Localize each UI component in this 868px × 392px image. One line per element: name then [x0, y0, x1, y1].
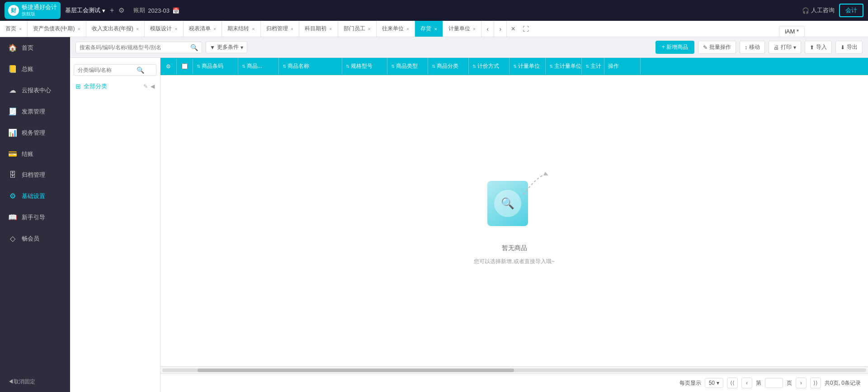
tab-partner[interactable]: 往来单位 × [377, 21, 415, 37]
tab-unit-close[interactable]: × [473, 26, 476, 32]
service-button[interactable]: 🎧 人工咨询 [802, 6, 835, 14]
tab-income-close[interactable]: × [136, 26, 139, 32]
last-page-btn[interactable]: ⟩⟩ [810, 378, 821, 388]
tab-unit[interactable]: 计量单位 × [443, 21, 481, 37]
tab-department-close[interactable]: × [368, 26, 371, 32]
tab-tax-close[interactable]: × [213, 26, 216, 32]
tab-subject[interactable]: 科目期初 × [299, 21, 338, 37]
sidebar-reports-label: 云报表中心 [22, 86, 51, 94]
table-body: 🔍 暂无商品 您可以选择新增,或者直接导入哦~ [160, 75, 868, 366]
more-conditions-label: 更多条件 [217, 43, 239, 51]
kuaiji-button[interactable]: 会计 [839, 4, 863, 17]
edit-icon: ✎ [703, 44, 708, 51]
th-name[interactable]: ⇅ 商品名称 [279, 58, 342, 75]
select-all-checkbox[interactable] [182, 63, 188, 69]
th-main-unit[interactable]: ⇅ 主计量单位 [546, 58, 582, 75]
th-ops-label: 操作 [608, 62, 619, 70]
sidebar-item-guide[interactable]: 📖 新手引导 [0, 207, 70, 228]
tab-inventory[interactable]: 存货 × [415, 21, 443, 37]
category-collapse-icon[interactable]: ◀ [151, 83, 155, 90]
horizontal-scrollbar[interactable] [160, 366, 868, 373]
sort-unit-icon: ⇅ [513, 64, 517, 69]
sidebar-item-ledger[interactable]: 📒 总账 [0, 58, 70, 80]
sidebar-ledger-label: 总账 [22, 65, 33, 73]
empty-desc: 您可以选择新增,或者直接导入哦~ [474, 258, 554, 265]
tab-fullscreen-btn[interactable]: ⛶ [519, 21, 532, 37]
th-settings[interactable]: ⚙ [160, 59, 177, 74]
company-selector[interactable]: 基层工会测试 ▾ [65, 6, 105, 14]
add-tab-icon[interactable]: + [110, 6, 114, 14]
category-search-input[interactable] [78, 67, 137, 73]
th-spec[interactable]: ⇅ 规格型号 [342, 58, 387, 75]
main-search-input[interactable] [80, 44, 190, 51]
sidebar-item-closing[interactable]: 💳 结账 [0, 143, 70, 165]
th-checkbox[interactable] [177, 59, 193, 74]
page-number-input[interactable]: 1 [765, 378, 783, 388]
tab-inventory-close[interactable]: × [434, 26, 437, 32]
batch-ops-button[interactable]: ✎ 批量操作 [698, 41, 736, 54]
sidebar-item-tax[interactable]: 📊 税务管理 [0, 122, 70, 143]
more-conditions-btn[interactable]: ▼ 更多条件 ▾ [206, 41, 247, 53]
th-barcode[interactable]: ⇅ 商品条码 [193, 58, 238, 75]
settings-icon[interactable]: ⚙ [118, 6, 124, 14]
tab-partner-close[interactable]: × [406, 26, 409, 32]
add-product-button[interactable]: + 新增商品 [656, 41, 694, 54]
logo-area: 财 畅捷通好会计 旗舰版 [5, 2, 61, 19]
grid-icon: ⊞ [75, 83, 81, 90]
export-button[interactable]: ⬇ 导出 [835, 41, 863, 54]
tab-template-close[interactable]: × [175, 26, 177, 32]
header-right: 🎧 人工咨询 会计 [802, 4, 863, 17]
tab-template[interactable]: 模版设计 × [145, 21, 183, 37]
page-size-selector[interactable]: 50 ▾ [705, 378, 723, 388]
sidebar-item-archive[interactable]: 🗄 归档管理 [0, 165, 70, 185]
tab-close-all-btn[interactable]: × [507, 21, 519, 37]
th-num3[interactable]: ⇅ 主计 [582, 58, 604, 75]
tab-tax[interactable]: 税表清单 × [184, 21, 222, 37]
tab-home-close[interactable]: × [19, 26, 22, 32]
th-code[interactable]: ⇅ 商品... [238, 58, 279, 75]
cancel-pin-btn[interactable]: ◀取消固定 [0, 372, 70, 392]
tab-balance-close[interactable]: × [77, 26, 80, 32]
tab-balance[interactable]: 资产负债表(中期) × [28, 21, 86, 37]
scrollbar-thumb[interactable] [198, 368, 514, 372]
tab-department[interactable]: 部门员工 × [338, 21, 377, 37]
dropdown-icon: ▾ [102, 7, 105, 14]
sidebar-item-reports[interactable]: ☁ 云报表中心 [0, 80, 70, 101]
th-category[interactable]: ⇅ 商品分类 [428, 58, 469, 75]
category-search-icon: 🔍 [137, 66, 144, 74]
import-button[interactable]: ⬆ 导入 [805, 41, 832, 54]
tab-period-end-close[interactable]: × [252, 26, 255, 32]
tab-next-btn[interactable]: › [494, 21, 507, 37]
category-edit-icon[interactable]: ✎ [143, 83, 148, 90]
tab-archive[interactable]: 归档管理 × [261, 21, 299, 37]
main-search-container: 🔍 [75, 42, 202, 53]
sidebar-item-member[interactable]: ◇ 畅会员 [0, 228, 70, 249]
tab-subject-close[interactable]: × [329, 26, 332, 32]
th-code-label: 商品... [247, 62, 262, 70]
sidebar-item-invoice[interactable]: 🧾 发票管理 [0, 101, 70, 122]
sidebar-item-home[interactable]: 🏠 首页 [0, 37, 70, 58]
sort-spec-icon: ⇅ [346, 64, 349, 69]
table-header: ⚙ ⇅ 商品条码 ⇅ 商品... ⇅ 商品名称 [160, 58, 868, 75]
category-item-all[interactable]: ⊞ 全部分类 ✎ ◀ [70, 79, 160, 94]
ledger-icon: 📒 [8, 65, 17, 73]
calendar-icon[interactable]: 📅 [172, 7, 179, 14]
tab-prev-btn[interactable]: ‹ [481, 21, 494, 37]
th-type[interactable]: ⇅ 商品类型 [387, 58, 428, 75]
move-button[interactable]: ↕ 移动 [740, 41, 765, 54]
basic-icon: ⚙ [8, 192, 17, 200]
tab-archive-close[interactable]: × [291, 26, 293, 32]
category-panel: 🔍 ⊞ 全部分类 ✎ ◀ [70, 58, 160, 392]
settings-col-icon: ⚙ [166, 63, 171, 70]
tab-home[interactable]: 首页 × [0, 21, 28, 37]
sidebar-item-basic[interactable]: ⚙ 基础设置 [0, 185, 70, 207]
tab-income[interactable]: 收入支出表(年报) × [86, 21, 145, 37]
page-label-prefix: 第 [756, 379, 761, 387]
first-page-btn[interactable]: ⟨⟨ [727, 378, 738, 388]
print-button[interactable]: 🖨 打印 ▾ [769, 41, 801, 54]
next-page-btn[interactable]: › [796, 378, 807, 388]
th-unit[interactable]: ⇅ 计量单位 [509, 58, 546, 75]
prev-page-btn[interactable]: ‹ [741, 378, 752, 388]
tab-period-end[interactable]: 期末结转 × [222, 21, 260, 37]
th-price-method[interactable]: ⇅ 计价方式 [469, 58, 509, 75]
